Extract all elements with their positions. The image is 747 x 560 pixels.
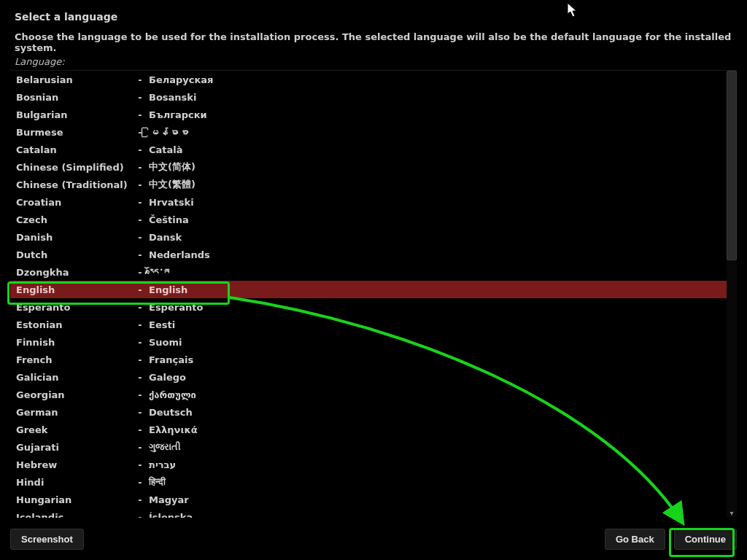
language-english-name: French: [16, 354, 131, 365]
language-row[interactable]: Dutch-Nederlands: [10, 246, 734, 263]
language-english-name: Danish: [16, 232, 131, 243]
language-row[interactable]: English-English: [10, 281, 734, 298]
language-localized-name: Ελληνικά: [149, 424, 728, 435]
language-row[interactable]: Burmese-မြန်မာစာ: [10, 123, 734, 141]
language-separator: -: [131, 389, 149, 400]
language-english-name: Bulgarian: [16, 109, 131, 120]
screenshot-button[interactable]: Screenshot: [10, 529, 84, 550]
language-row[interactable]: Belarusian-Беларуская: [10, 71, 734, 88]
language-row[interactable]: Hebrew-עברית: [10, 456, 734, 473]
language-row[interactable]: Galician-Galego: [10, 368, 734, 386]
language-english-name: Hebrew: [16, 459, 131, 470]
language-separator: -: [131, 319, 149, 330]
language-english-name: Icelandic: [16, 512, 131, 518]
scroll-down-icon[interactable]: ▾: [727, 508, 737, 518]
language-separator: -: [131, 372, 149, 383]
language-separator: -: [131, 494, 149, 505]
language-english-name: Croatian: [16, 197, 131, 208]
language-row[interactable]: Danish-Dansk: [10, 228, 734, 246]
language-separator: -: [131, 144, 149, 155]
language-separator: -: [131, 459, 149, 470]
language-row[interactable]: Dzongkha-རྫོང་ཁ: [10, 263, 734, 281]
language-row[interactable]: Hungarian-Magyar: [10, 491, 734, 508]
language-localized-name: עברית: [149, 459, 728, 470]
language-separator: -: [131, 477, 149, 488]
language-row[interactable]: Hindi-हिन्दी: [10, 473, 734, 491]
language-separator: -: [131, 284, 149, 295]
page-title: Select a language: [0, 0, 747, 28]
language-localized-name: Íslenska: [149, 512, 728, 518]
language-english-name: Belarusian: [16, 74, 131, 85]
language-row[interactable]: Icelandic-Íslenska: [10, 508, 734, 518]
language-localized-name: 中文(繁體): [149, 178, 728, 191]
language-localized-name: Hrvatski: [149, 197, 728, 208]
language-english-name: Bosnian: [16, 92, 131, 103]
language-row[interactable]: Czech-Čeština: [10, 211, 734, 228]
language-row[interactable]: Georgian-ქართული: [10, 386, 734, 403]
language-localized-name: ગુજરાતી: [149, 441, 728, 453]
language-english-name: Hindi: [16, 477, 131, 488]
scrollbar-thumb[interactable]: [727, 71, 737, 260]
language-english-name: German: [16, 407, 131, 418]
language-english-name: Estonian: [16, 319, 131, 330]
language-row[interactable]: Estonian-Eesti: [10, 316, 734, 333]
language-separator: -: [131, 74, 149, 85]
language-english-name: Burmese: [16, 127, 131, 138]
language-list-wrapper: Belarusian-БеларускаяBosnian-BosanskiBul…: [10, 70, 737, 518]
language-localized-name: Čeština: [149, 214, 728, 225]
language-english-name: Catalan: [16, 144, 131, 155]
language-separator: -: [131, 92, 149, 103]
language-localized-name: Català: [149, 144, 728, 155]
button-bar: Screenshot Go Back Continue: [10, 526, 737, 551]
language-localized-name: Bosanski: [149, 92, 728, 103]
continue-button[interactable]: Continue: [674, 529, 737, 550]
language-separator: -: [131, 337, 149, 348]
scrollbar-track[interactable]: ▴ ▾: [727, 71, 737, 518]
language-separator: -: [131, 512, 149, 518]
language-separator: -: [131, 127, 149, 138]
language-separator: -: [131, 249, 149, 260]
language-english-name: Esperanto: [16, 302, 131, 313]
language-english-name: Galician: [16, 372, 131, 383]
instruction-text: Choose the language to be used for the i…: [0, 28, 747, 55]
language-row[interactable]: German-Deutsch: [10, 403, 734, 421]
language-row[interactable]: Bosnian-Bosanski: [10, 88, 734, 106]
language-row[interactable]: French-Français: [10, 351, 734, 368]
language-localized-name: हिन्दी: [149, 476, 728, 488]
language-localized-name: မြန်မာစာ: [149, 127, 728, 138]
language-row[interactable]: Gujarati-ગુજરાતી: [10, 438, 734, 456]
language-localized-name: Dansk: [149, 232, 728, 243]
language-separator: -: [131, 354, 149, 365]
language-row[interactable]: Bulgarian-Български: [10, 106, 734, 123]
language-row[interactable]: Greek-Ελληνικά: [10, 421, 734, 438]
language-localized-name: Български: [149, 109, 728, 120]
language-english-name: Greek: [16, 424, 131, 435]
language-english-name: Dutch: [16, 249, 131, 260]
language-localized-name: Français: [149, 354, 728, 365]
go-back-button[interactable]: Go Back: [605, 529, 665, 550]
language-english-name: Finnish: [16, 337, 131, 348]
language-row[interactable]: Chinese (Simplified)-中文(简体): [10, 158, 734, 176]
language-list[interactable]: Belarusian-БеларускаяBosnian-BosanskiBul…: [10, 71, 737, 518]
language-localized-name: Беларуская: [149, 74, 728, 85]
language-separator: -: [131, 162, 149, 173]
language-row[interactable]: Esperanto-Esperanto: [10, 298, 734, 316]
language-english-name: Chinese (Simplified): [16, 162, 131, 173]
language-separator: -: [131, 407, 149, 418]
language-english-name: Dzongkha: [16, 267, 131, 278]
language-separator: -: [131, 197, 149, 208]
language-separator: -: [131, 232, 149, 243]
language-row[interactable]: Catalan-Català: [10, 141, 734, 158]
language-separator: -: [131, 302, 149, 313]
language-english-name: Chinese (Traditional): [16, 179, 131, 190]
language-row[interactable]: Finnish-Suomi: [10, 333, 734, 351]
language-localized-name: Galego: [149, 372, 728, 383]
language-localized-name: Esperanto: [149, 302, 728, 313]
language-row[interactable]: Croatian-Hrvatski: [10, 193, 734, 211]
language-english-name: Gujarati: [16, 442, 131, 453]
language-row[interactable]: Chinese (Traditional)-中文(繁體): [10, 176, 734, 193]
language-localized-name: ქართული: [149, 389, 728, 400]
language-english-name: English: [16, 284, 131, 295]
language-localized-name: Eesti: [149, 319, 728, 330]
language-separator: -: [131, 109, 149, 120]
